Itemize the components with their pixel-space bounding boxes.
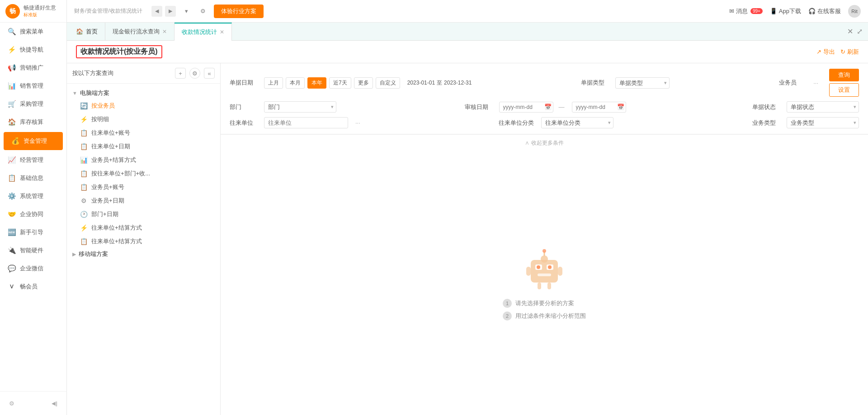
settings-icon[interactable]: ⚙ bbox=[198, 6, 208, 17]
partner-dept-icon: 📋 bbox=[80, 170, 88, 178]
sidebar-item-quick-nav[interactable]: ⚡ 快捷导航 bbox=[0, 41, 66, 59]
date-btn-last-month[interactable]: 上月 bbox=[264, 77, 283, 89]
logo-area: 畅 畅捷通好生意 标准版 bbox=[0, 0, 66, 23]
left-panel: 按以下方案查询 + ⚙ « ▼ 电脑端方案 🔄 bbox=[67, 63, 221, 415]
date-btn-this-year[interactable]: 本年 bbox=[307, 77, 326, 89]
scheme-item-by-detail[interactable]: ⚡ 按明细 bbox=[67, 113, 220, 126]
scheme-item-by-salesman[interactable]: 🔄 按业务员 bbox=[67, 99, 220, 113]
set-btn[interactable]: 设置 bbox=[829, 83, 859, 97]
nav-back-icon[interactable]: ◀ bbox=[151, 6, 162, 17]
scheme-item-salesman-account[interactable]: 📋 业务员+账号 bbox=[67, 180, 220, 194]
sidebar-item-basic[interactable]: 📋 基础信息 bbox=[0, 169, 66, 187]
close-all-icon[interactable]: ✕ bbox=[847, 27, 853, 36]
dropdown-icon[interactable]: ▾ bbox=[181, 6, 192, 17]
date-options-group: 上月 本月 本年 近7天 更多 自定义 bbox=[264, 77, 400, 89]
tab-home[interactable]: 🏠 首页 bbox=[69, 23, 105, 41]
tab-receipt-stats[interactable]: 收款情况统计 ✕ bbox=[175, 23, 232, 41]
partner-more-icon[interactable]: ··· bbox=[355, 119, 360, 126]
svg-rect-7 bbox=[558, 267, 562, 276]
collapse-more-btn[interactable]: ∧ 收起更多条件 bbox=[221, 134, 868, 151]
empty-steps: 1 请先选择要分析的方案 2 用过滤条件来缩小分析范围 bbox=[503, 299, 586, 321]
message-btn[interactable]: ✉ 消息 99+ bbox=[729, 7, 763, 15]
partner-category-select[interactable]: 往来单位分类 bbox=[541, 117, 613, 128]
trial-btn[interactable]: 体验行业方案 bbox=[214, 5, 264, 18]
mobile-group-header[interactable]: ▶ 移动端方案 bbox=[67, 248, 220, 260]
online-service-btn[interactable]: 🎧 在线客服 bbox=[808, 7, 841, 15]
scheme-tree: ▼ 电脑端方案 🔄 按业务员 ⚡ 按明细 📋 bbox=[67, 84, 220, 415]
finance-icon: 💰 bbox=[11, 137, 20, 146]
review-date-label: 审核日期 bbox=[465, 103, 492, 111]
tab-bank-flow-close[interactable]: ✕ bbox=[162, 28, 167, 35]
scheme-item-partner-settlement1[interactable]: ⚡ 往来单位+结算方式 bbox=[67, 221, 220, 235]
sidebar-item-system[interactable]: ⚙️ 系统管理 bbox=[0, 187, 66, 205]
by-salesman-icon: 🔄 bbox=[80, 102, 88, 110]
expand-icon[interactable]: ⤢ bbox=[857, 27, 863, 36]
sidebar-item-enterprise[interactable]: 🤝 企业协同 bbox=[0, 205, 66, 223]
date-btn-more[interactable]: 更多 bbox=[354, 77, 373, 89]
salesman-more-icon[interactable]: ··· bbox=[813, 80, 818, 86]
tab-receipt-stats-close[interactable]: ✕ bbox=[220, 29, 224, 35]
sidebar-item-search[interactable]: 🔍 搜索菜单 bbox=[0, 23, 66, 41]
sidebar-item-guide[interactable]: 🆕 新手引导 bbox=[0, 223, 66, 241]
sidebar-item-sales[interactable]: 📊 销售管理 bbox=[0, 77, 66, 95]
dept-date-icon: 🕐 bbox=[80, 210, 88, 218]
filter-row-2: 部门 部门 审核日期 📅 — bbox=[230, 101, 859, 113]
dept-select[interactable]: 部门 bbox=[264, 101, 336, 113]
desktop-arrow-icon: ▼ bbox=[72, 90, 77, 96]
svg-rect-6 bbox=[526, 267, 531, 276]
dept-select-wrap: 部门 bbox=[264, 101, 336, 113]
sidebar-item-marketing[interactable]: 📢 营销推广 bbox=[0, 59, 66, 77]
doc-type-select[interactable]: 单据类型 bbox=[615, 77, 670, 89]
svg-point-4 bbox=[548, 265, 552, 269]
sidebar-item-inventory[interactable]: 🏠 库存核算 bbox=[0, 113, 66, 131]
refresh-btn[interactable]: ↻ 刷新 bbox=[840, 48, 859, 56]
sidebar-item-finance[interactable]: 💰 资金管理 bbox=[4, 132, 63, 150]
sidebar-item-wechat[interactable]: 💬 企业微信 bbox=[0, 259, 66, 278]
biz-type-select[interactable]: 业务类型 bbox=[787, 117, 859, 128]
add-scheme-btn[interactable]: + bbox=[175, 68, 186, 79]
scheme-settings-btn[interactable]: ⚙ bbox=[189, 68, 200, 79]
svg-point-12 bbox=[542, 249, 546, 253]
purchase-icon: 🛒 bbox=[7, 99, 16, 108]
header-right: ✉ 消息 99+ 📱 App下载 🎧 在线客服 Rit bbox=[729, 5, 861, 18]
date-btn-custom[interactable]: 自定义 bbox=[376, 77, 400, 89]
breadcrumb: 财务/资金管理/收款情况统计 bbox=[74, 7, 142, 15]
scheme-item-partner-account[interactable]: 📋 往来单位+账号 bbox=[67, 126, 220, 140]
scheme-item-partner-settlement2[interactable]: 📋 往来单位+结算方式 bbox=[67, 235, 220, 248]
nav-forward-icon[interactable]: ▶ bbox=[165, 6, 176, 17]
date-btn-this-month[interactable]: 本月 bbox=[286, 77, 305, 89]
marketing-icon: 📢 bbox=[7, 63, 16, 72]
scheme-item-salesman-settlement[interactable]: 📊 业务员+结算方式 bbox=[67, 153, 220, 167]
member-icon: Ⅴ bbox=[7, 282, 16, 291]
sidebar-item-operation[interactable]: 📈 经营管理 bbox=[0, 151, 66, 169]
date-range-display: 2023-01-01 至 2023-12-31 bbox=[407, 79, 472, 87]
partner-input[interactable] bbox=[264, 117, 348, 128]
sidebar-item-member[interactable]: Ⅴ 畅会员 bbox=[0, 278, 66, 296]
scheme-item-partner-date[interactable]: 📋 往来单位+日期 bbox=[67, 140, 220, 153]
filter-section: 单据日期 上月 本月 本年 近7天 更多 自定义 2023-01-01 至 bbox=[221, 63, 868, 134]
collapse-panel-btn[interactable]: « bbox=[204, 68, 215, 79]
empty-state: 1 请先选择要分析的方案 2 用过滤条件来缩小分析范围 bbox=[221, 151, 868, 415]
sidebar-item-hardware[interactable]: 🔌 智能硬件 bbox=[0, 241, 66, 259]
biz-type-label: 业务类型 bbox=[752, 119, 779, 127]
svg-rect-9 bbox=[547, 283, 551, 289]
sidebar-item-purchase[interactable]: 🛒 采购管理 bbox=[0, 95, 66, 113]
bottom-settings-icon[interactable]: ⚙ bbox=[5, 397, 18, 410]
app-download-btn[interactable]: 📱 App下载 bbox=[770, 7, 801, 15]
scheme-item-salesman-date[interactable]: ⚙ 业务员+日期 bbox=[67, 194, 220, 208]
scheme-item-dept-date[interactable]: 🕐 部门+日期 bbox=[67, 208, 220, 221]
tabs-end: ✕ ⤢ bbox=[847, 27, 866, 36]
desktop-group-header[interactable]: ▼ 电脑端方案 bbox=[67, 87, 220, 99]
sidebar-collapse-icon[interactable]: ◀‖ bbox=[48, 397, 61, 410]
user-avatar[interactable]: Rit bbox=[848, 5, 861, 18]
scheme-item-partner-dept[interactable]: 📋 按往来单位+部门+收... bbox=[67, 167, 220, 180]
doc-type-label: 单据类型 bbox=[581, 79, 608, 87]
export-btn[interactable]: ↗ 导出 bbox=[816, 48, 835, 56]
query-btn[interactable]: 查询 bbox=[829, 69, 859, 81]
system-icon: ⚙️ bbox=[7, 192, 16, 201]
doc-status-select[interactable]: 单据状态 bbox=[787, 101, 859, 113]
date-btn-7days[interactable]: 近7天 bbox=[329, 77, 351, 89]
workspace: 按以下方案查询 + ⚙ « ▼ 电脑端方案 🔄 bbox=[67, 63, 868, 415]
date-label: 单据日期 bbox=[230, 79, 257, 87]
tab-bank-flow[interactable]: 现金银行流水查询 ✕ bbox=[105, 23, 175, 41]
